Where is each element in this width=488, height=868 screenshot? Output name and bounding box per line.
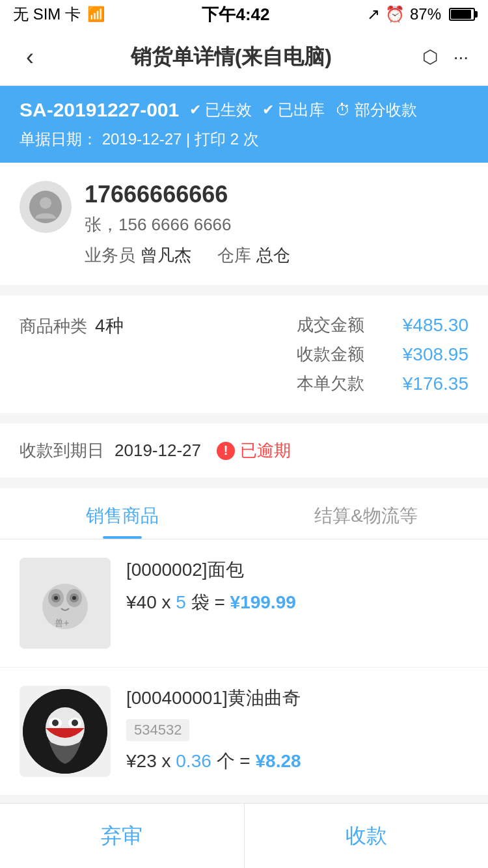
status-bar-time: 下午4:42 [202, 3, 269, 26]
order-date: 单据日期： 2019-12-27 | 打印 2 次 [20, 129, 468, 150]
check-icon-2: ✔ [262, 102, 274, 118]
deal-label: 成交金额 [297, 314, 364, 336]
more-icon[interactable]: ··· [454, 47, 468, 68]
status-shipped: ✔ 已出库 [262, 100, 325, 120]
tab-settlement-logistics[interactable]: 结算&物流等 [244, 488, 488, 539]
clock-icon: ⏱ [335, 101, 351, 119]
salesman-info: 业务员 曾凡杰 [85, 244, 191, 267]
customer-meta: 业务员 曾凡杰 仓库 总仓 [85, 244, 468, 267]
status-bar-right: ↗ ⏰ 87% [367, 5, 475, 23]
receipt-label: 收款金额 [297, 343, 364, 366]
summary-section: 商品种类 4种 成交金额 ¥485.30 收款金额 ¥308.95 本单欠款 ¥… [0, 295, 488, 413]
summary-right: 成交金额 ¥485.30 收款金额 ¥308.95 本单欠款 ¥176.35 [297, 314, 468, 395]
overdue-icon: ! [217, 442, 235, 460]
svg-point-14 [72, 720, 78, 726]
battery-text: 87% [410, 5, 441, 23]
warehouse-label: 仓库 [217, 244, 251, 267]
salesman-label: 业务员 [85, 244, 135, 267]
svg-point-0 [40, 197, 51, 209]
product-placeholder-1: 兽+ [20, 558, 111, 649]
product-item-1: 兽+ [0000002]面包 ¥40 x 5 袋 = ¥199.99 [0, 539, 488, 668]
confirm-button[interactable]: 收款 [245, 804, 489, 868]
status-bar: 无 SIM 卡 📶 下午4:42 ↗ ⏰ 87% [0, 0, 488, 29]
svg-text:兽+: 兽+ [55, 617, 69, 628]
status-partial-payment: ⏱ 部分收款 [335, 100, 417, 120]
product-price-1: ¥40 x 5 袋 = ¥199.99 [126, 590, 468, 615]
location-icon: ↗ [367, 5, 380, 23]
back-button[interactable]: ‹ [20, 37, 40, 77]
product-thumb-1: 兽+ [20, 558, 111, 649]
nav-actions: ⬡ ··· [422, 46, 468, 68]
customer-info: 17666666666 张，156 6666 6666 业务员 曾凡杰 仓库 总… [85, 181, 468, 267]
cancel-button[interactable]: 弃审 [0, 804, 245, 868]
bottom-bar: 弃审 收款 [0, 803, 488, 868]
product-qty-1: 5 [176, 592, 186, 612]
deal-row: 成交金额 ¥485.30 [297, 314, 468, 336]
alarm-icon: ⏰ [385, 5, 405, 23]
avatar-icon [29, 191, 62, 223]
product-qty-2: 0.36 [176, 751, 211, 771]
product-thumb-2 [20, 686, 111, 777]
tabs-row: 销售商品 结算&物流等 [0, 488, 488, 539]
type-label: 商品种类 [20, 315, 87, 338]
warehouse-info: 仓库 总仓 [217, 244, 290, 267]
warehouse-value: 总仓 [256, 244, 290, 267]
product-name-1: [0000002]面包 [126, 558, 468, 582]
product-price-2: ¥23 x 0.36 个 = ¥8.28 [126, 749, 468, 774]
avatar [20, 181, 72, 233]
share-icon[interactable]: ⬡ [422, 46, 438, 68]
overdue-text: 已逾期 [240, 439, 291, 462]
check-icon-1: ✔ [189, 102, 201, 118]
customer-section: 17666666666 张，156 6666 6666 业务员 曾凡杰 仓库 总… [0, 163, 488, 285]
owe-amount: ¥176.35 [377, 373, 468, 394]
product-total-1: ¥199.99 [230, 592, 296, 612]
product-tag-2: 534532 [126, 719, 189, 741]
owe-row: 本单欠款 ¥176.35 [297, 372, 468, 395]
customer-name-phone: 张，156 6666 6666 [85, 213, 468, 236]
tab-sales-products[interactable]: 销售商品 [0, 488, 244, 539]
svg-point-6 [54, 596, 58, 600]
receipt-amount: ¥308.95 [377, 344, 468, 365]
status-effective: ✔ 已生效 [189, 100, 252, 120]
product-item-2: [000400001]黄油曲奇 534532 ¥23 x 0.36 个 = ¥8… [0, 668, 488, 796]
due-section: 收款到期日 2019-12-27 ! 已逾期 [0, 424, 488, 478]
overdue-badge: ! 已逾期 [217, 439, 291, 462]
status-bar-left: 无 SIM 卡 📶 [13, 4, 105, 25]
owe-label: 本单欠款 [297, 372, 364, 395]
summary-left: 商品种类 4种 [20, 314, 124, 338]
svg-point-13 [52, 720, 59, 726]
product-list: 兽+ [0000002]面包 ¥40 x 5 袋 = ¥199.99 [0, 539, 488, 796]
carrier-text: 无 SIM 卡 [13, 4, 81, 25]
product-type-row: 商品种类 4种 [20, 314, 124, 338]
deal-amount: ¥485.30 [377, 315, 468, 336]
order-header: SA-20191227-001 ✔ 已生效 ✔ 已出库 ⏱ 部分收款 单据日期：… [0, 86, 488, 163]
wifi-icon: 📶 [87, 6, 105, 23]
tabs-section: 销售商品 结算&物流等 [0, 488, 488, 539]
due-label: 收款到期日 [20, 439, 104, 462]
order-header-top: SA-20191227-001 ✔ 已生效 ✔ 已出库 ⏱ 部分收款 [20, 99, 468, 121]
page-title: 销货单详情(来自电脑) [131, 43, 332, 72]
svg-point-7 [72, 596, 76, 600]
product-circle-2 [23, 689, 107, 774]
nav-bar: ‹ 销货单详情(来自电脑) ⬡ ··· [0, 29, 488, 86]
salesman-value: 曾凡杰 [141, 244, 191, 267]
battery-icon [449, 8, 475, 21]
product-total-2: ¥8.28 [255, 751, 301, 771]
order-id: SA-20191227-001 [20, 99, 179, 121]
type-count: 4种 [95, 314, 124, 338]
product-details-2: [000400001]黄油曲奇 534532 ¥23 x 0.36 个 = ¥8… [126, 686, 468, 777]
product-name-2: [000400001]黄油曲奇 [126, 686, 468, 711]
customer-id: 17666666666 [85, 181, 468, 208]
receipt-row: 收款金额 ¥308.95 [297, 343, 468, 366]
product-details-1: [0000002]面包 ¥40 x 5 袋 = ¥199.99 [126, 558, 468, 649]
due-date: 2019-12-27 [115, 441, 201, 461]
